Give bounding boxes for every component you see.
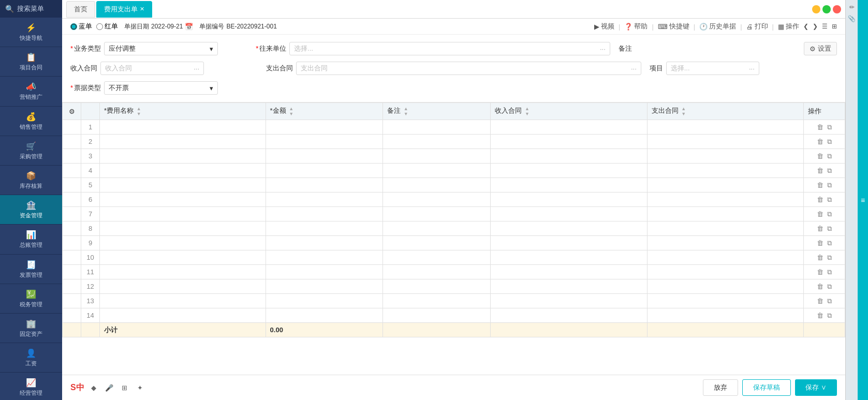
col-gear[interactable]: ⚙: [63, 103, 81, 120]
row-note-13[interactable]: [383, 294, 491, 308]
action-btn[interactable]: ▦ 操作: [778, 22, 799, 31]
sidebar-item-marketing[interactable]: 📣营销推广: [0, 77, 62, 106]
business-type-select[interactable]: 应付调整 ▾: [104, 42, 218, 55]
invoice-type-select[interactable]: 不开票 ▾: [104, 81, 218, 95]
delete-icon-2[interactable]: 🗑: [817, 138, 823, 145]
sidebar-item-fixed-assets[interactable]: 🏢固定资产: [0, 314, 62, 343]
row-income-contract-7[interactable]: [491, 207, 647, 221]
row-expense-name-3[interactable]: [100, 149, 266, 164]
row-expense-name-1[interactable]: [100, 120, 266, 135]
row-note-3[interactable]: [383, 149, 491, 164]
row-amount-13[interactable]: [266, 294, 383, 308]
row-expense-contract-14[interactable]: [647, 308, 803, 323]
copy-icon-11[interactable]: ⧉: [827, 268, 832, 276]
row-expense-contract-6[interactable]: [647, 192, 803, 207]
copy-icon-10[interactable]: ⧉: [827, 254, 832, 261]
row-amount-6[interactable]: [266, 192, 383, 207]
row-income-contract-11[interactable]: [491, 265, 647, 279]
delete-icon-9[interactable]: 🗑: [817, 239, 823, 247]
row-income-contract-1[interactable]: [491, 120, 647, 135]
row-expense-name-2[interactable]: [100, 135, 266, 149]
row-expense-name-14[interactable]: [100, 308, 266, 323]
radio-blue-label[interactable]: 蓝单: [70, 22, 92, 31]
radio-red[interactable]: [96, 23, 103, 30]
delete-icon-4[interactable]: 🗑: [817, 167, 823, 174]
footer-icon-1[interactable]: ◆: [87, 381, 100, 394]
row-income-contract-3[interactable]: [491, 149, 647, 164]
view-grid-btn[interactable]: ⊞: [832, 23, 837, 30]
row-note-2[interactable]: [383, 135, 491, 149]
row-expense-name-9[interactable]: [100, 236, 266, 250]
row-expense-contract-13[interactable]: [647, 294, 803, 308]
copy-icon-9[interactable]: ⧉: [827, 239, 832, 247]
copy-icon-6[interactable]: ⧉: [827, 196, 832, 203]
nav-prev-btn[interactable]: ❮: [803, 23, 808, 30]
delete-icon-1[interactable]: 🗑: [817, 123, 823, 131]
tab-expense-bill[interactable]: 费用支出单 ✕: [96, 1, 152, 18]
sort-icon-amount[interactable]: ▲▼: [289, 106, 293, 116]
video-btn[interactable]: ▶ 视频: [594, 22, 614, 31]
view-list-btn[interactable]: ☰: [822, 23, 828, 30]
row-expense-name-8[interactable]: [100, 221, 266, 236]
row-expense-contract-8[interactable]: [647, 221, 803, 236]
print-btn[interactable]: 🖨 打印: [746, 22, 768, 31]
delete-icon-3[interactable]: 🗑: [817, 152, 823, 160]
delete-icon-8[interactable]: 🗑: [817, 225, 823, 232]
expense-contract-input[interactable]: 支出合同 ···: [296, 62, 641, 75]
row-expense-contract-4[interactable]: [647, 164, 803, 178]
row-income-contract-9[interactable]: [491, 236, 647, 250]
copy-icon-14[interactable]: ⧉: [827, 312, 832, 319]
delete-icon-6[interactable]: 🗑: [817, 196, 823, 203]
sort-icon-note[interactable]: ▲▼: [404, 106, 408, 116]
project-dots[interactable]: ···: [749, 65, 755, 72]
tab-close-icon[interactable]: ✕: [140, 6, 144, 12]
row-expense-name-10[interactable]: [100, 250, 266, 265]
footer-icon-2[interactable]: 🎤: [103, 381, 115, 394]
row-expense-name-12[interactable]: [100, 279, 266, 294]
row-note-9[interactable]: [383, 236, 491, 250]
row-amount-14[interactable]: [266, 308, 383, 323]
row-expense-contract-2[interactable]: [647, 135, 803, 149]
sidebar-item-invoice[interactable]: 🧾发票管理: [0, 255, 62, 284]
row-note-4[interactable]: [383, 164, 491, 178]
settings-button[interactable]: ⚙ 设置: [804, 42, 837, 55]
maximize-button[interactable]: [822, 5, 831, 13]
copy-icon-13[interactable]: ⧉: [827, 297, 832, 305]
help-btn[interactable]: ❓ 帮助: [624, 22, 648, 31]
row-amount-9[interactable]: [266, 236, 383, 250]
delete-icon-12[interactable]: 🗑: [817, 283, 823, 290]
copy-icon-4[interactable]: ⧉: [827, 167, 832, 174]
expense-contract-dots[interactable]: ···: [631, 65, 637, 72]
row-expense-contract-9[interactable]: [647, 236, 803, 250]
sidebar-item-project-contract[interactable]: 📋项目合同: [0, 47, 62, 77]
sidebar-item-quick-nav[interactable]: ⚡快捷导航: [0, 18, 62, 47]
project-input[interactable]: 选择... ···: [666, 62, 759, 75]
sort-icon-expense[interactable]: ▲▼: [137, 106, 141, 116]
row-expense-contract-12[interactable]: [647, 279, 803, 294]
copy-icon-12[interactable]: ⧉: [827, 283, 832, 290]
row-note-12[interactable]: [383, 279, 491, 294]
history-btn[interactable]: 🕐 历史单据: [699, 22, 736, 31]
delete-icon-11[interactable]: 🗑: [817, 268, 823, 276]
row-expense-name-11[interactable]: [100, 265, 266, 279]
row-note-10[interactable]: [383, 250, 491, 265]
sidebar-item-inventory[interactable]: 📦库存核算: [0, 166, 62, 195]
sidebar-item-purchase-mgmt[interactable]: 🛒采购管理: [0, 136, 62, 166]
close-button[interactable]: [833, 5, 841, 13]
row-amount-8[interactable]: [266, 221, 383, 236]
row-expense-name-6[interactable]: [100, 192, 266, 207]
row-expense-name-4[interactable]: [100, 164, 266, 178]
row-amount-1[interactable]: [266, 120, 383, 135]
row-expense-contract-5[interactable]: [647, 178, 803, 192]
row-expense-contract-3[interactable]: [647, 149, 803, 164]
discard-button[interactable]: 放弃: [703, 379, 738, 396]
right-panel-icon-2[interactable]: 📎: [847, 13, 857, 24]
save-draft-button[interactable]: 保存草稿: [742, 379, 791, 396]
row-amount-3[interactable]: [266, 149, 383, 164]
sidebar-item-accounting[interactable]: 📊总账管理: [0, 225, 62, 254]
delete-icon-7[interactable]: 🗑: [817, 210, 823, 218]
row-note-8[interactable]: [383, 221, 491, 236]
row-income-contract-8[interactable]: [491, 221, 647, 236]
row-note-5[interactable]: [383, 178, 491, 192]
doc-num-value[interactable]: BE-20220921-001: [226, 23, 276, 30]
